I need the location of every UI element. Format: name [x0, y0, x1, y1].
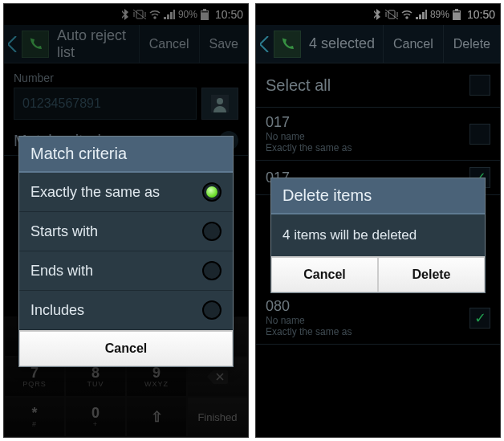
- option-label: Includes: [30, 302, 84, 319]
- dialog-message: 4 items will be deleted: [271, 214, 485, 256]
- option-includes[interactable]: Includes: [19, 291, 233, 330]
- phone-right: 89% 10:50 4 selected Cancel Delete Selec…: [255, 3, 501, 438]
- dialog-cancel-button[interactable]: Cancel: [19, 331, 233, 366]
- option-ends-with[interactable]: Ends with: [19, 251, 233, 291]
- radio-icon: [202, 300, 222, 320]
- match-criteria-dialog: Match criteria Exactly the same as Start…: [18, 136, 234, 367]
- option-exactly-same[interactable]: Exactly the same as: [19, 173, 233, 212]
- dialog-title: Delete items: [271, 178, 485, 214]
- radio-icon: [202, 222, 222, 241]
- delete-confirm-dialog: Delete items 4 items will be deleted Can…: [270, 178, 486, 293]
- option-label: Exactly the same as: [30, 184, 160, 201]
- dialog-title: Match criteria: [19, 137, 233, 173]
- radio-checked-icon: [202, 182, 222, 202]
- option-label: Ends with: [30, 263, 93, 280]
- option-label: Starts with: [30, 223, 98, 240]
- phone-left: 90% 10:50 Auto reject list Cancel Save N…: [3, 3, 249, 438]
- option-starts-with[interactable]: Starts with: [19, 212, 233, 251]
- radio-icon: [202, 261, 222, 280]
- dialog-cancel-button[interactable]: Cancel: [271, 257, 378, 292]
- dialog-delete-button[interactable]: Delete: [378, 257, 485, 292]
